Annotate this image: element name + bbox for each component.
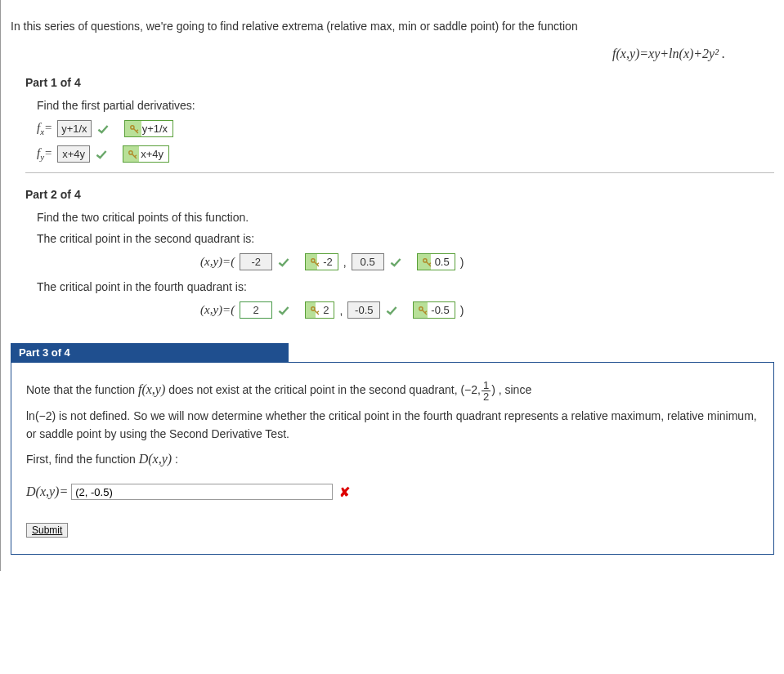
fx-row: fx= y+1/x y+1/x [37, 120, 774, 137]
part2-prompt: Find the two critical points of this fun… [37, 211, 774, 224]
q4-point-row: (x,y)=( 2 2 , -0.5 -0.5 ) [200, 301, 774, 319]
q2-x-answer: -2 [240, 253, 272, 270]
part1-prompt: Find the first partial derivatives: [37, 99, 774, 112]
equation: f(x,y)=xy+ln(x)+2y² . [11, 47, 774, 61]
fy-row: fy= x+4y x+4y [37, 145, 774, 163]
q2-y-hint: 0.5 [417, 253, 455, 270]
svg-line-11 [428, 262, 430, 264]
check-icon [389, 256, 402, 269]
key-icon [128, 123, 140, 135]
fy-answer: x+4y [57, 145, 90, 163]
check-icon [385, 304, 398, 317]
fx-answer: y+1/x [57, 120, 91, 137]
fx-hint: y+1/x [124, 120, 173, 137]
part1-title: Part 1 of 4 [25, 76, 774, 89]
divider [25, 172, 774, 173]
part3-line3: First, find the function D(x,y) : [26, 449, 759, 470]
svg-line-14 [317, 310, 319, 312]
check-icon [277, 256, 290, 269]
incorrect-icon: ✘ [339, 484, 350, 500]
fourth-quadrant-text: The critical point in the fourth quadran… [37, 280, 774, 293]
part3-line1: Note that the function f(x,y) does not e… [26, 379, 759, 402]
fy-hint: x+4y [123, 145, 169, 163]
part2-title: Part 2 of 4 [25, 188, 774, 201]
check-icon [96, 123, 110, 136]
check-icon [95, 148, 108, 161]
dxy-label: D(x,y)= [26, 484, 68, 499]
part3-line2: ln(−2) is not defined. So we will now de… [26, 407, 759, 444]
q2-x-hint: -2 [305, 253, 338, 270]
dxy-input[interactable] [71, 484, 333, 500]
svg-line-2 [136, 129, 137, 131]
intro-text: In this series of questions, we're going… [11, 18, 774, 35]
second-quadrant-text: The critical point in the second quadran… [37, 232, 774, 245]
key-icon [309, 257, 320, 268]
key-icon [309, 305, 320, 316]
svg-line-8 [317, 262, 319, 264]
key-icon [127, 149, 138, 160]
key-icon [417, 305, 428, 316]
q4-y-answer: -0.5 [347, 301, 380, 319]
svg-line-5 [135, 154, 137, 156]
q2-y-answer: 0.5 [352, 253, 384, 270]
check-icon [277, 304, 290, 317]
q2-point-row: (x,y)=( -2 -2 , 0.5 0.5 ) [200, 253, 774, 270]
q4-x-hint: 2 [305, 301, 334, 319]
q4-y-hint: -0.5 [413, 301, 455, 319]
dxy-input-row: D(x,y)= ✘ [26, 484, 759, 500]
submit-button[interactable]: Submit [26, 523, 68, 538]
q4-x-answer: 2 [240, 301, 272, 319]
part3-tab: Part 3 of 4 [11, 343, 289, 362]
part3-panel: Note that the function f(x,y) does not e… [11, 362, 774, 555]
key-icon [421, 257, 432, 268]
svg-line-17 [425, 310, 427, 312]
